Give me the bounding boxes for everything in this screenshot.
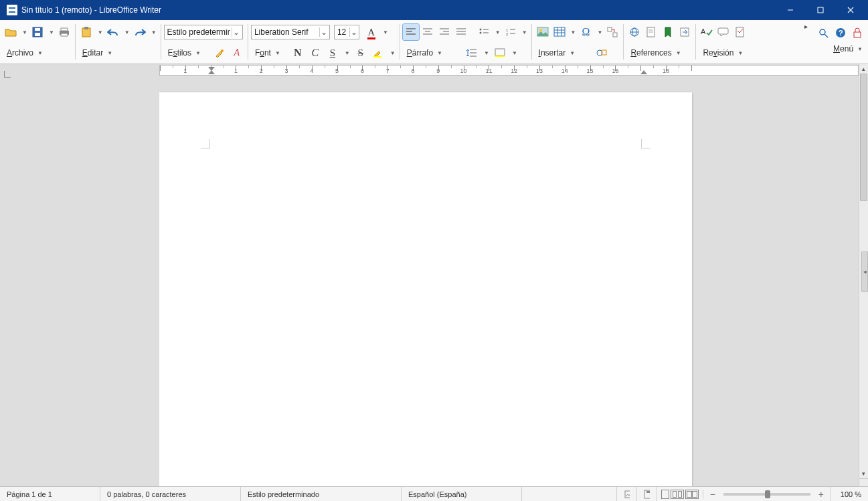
estilos-menu[interactable]: Estilos▼ — [165, 47, 203, 59]
align-center-button[interactable] — [420, 24, 436, 40]
status-save-indicator[interactable] — [637, 487, 657, 501]
strikethrough-button[interactable]: S — [353, 45, 369, 61]
insert-table-dropdown[interactable]: ▼ — [568, 24, 578, 40]
redo-button[interactable] — [132, 24, 148, 40]
window-maximize-button[interactable] — [805, 0, 835, 20]
clear-formatting-button[interactable]: A — [229, 45, 245, 61]
paragraph-color-dropdown[interactable]: ▼ — [509, 45, 519, 61]
find-button[interactable] — [816, 25, 832, 41]
group-references: References▼ — [624, 20, 695, 64]
group-parrafo: ▼ 12 ▼ Párrafo▼ ▼ ▼ — [400, 20, 531, 64]
right-indent-marker[interactable] — [640, 70, 647, 74]
toolbar-expand-button[interactable]: ▸ — [801, 23, 810, 30]
insert-comment-button[interactable] — [715, 24, 731, 40]
revision-menu[interactable]: Revisión▼ — [700, 47, 746, 59]
save-dropdown[interactable]: ▼ — [46, 24, 56, 40]
parrafo-menu[interactable]: Párrafo▼ — [404, 47, 445, 59]
status-wordcount[interactable]: 0 palabras, 0 caracteres — [100, 487, 241, 501]
svg-rect-64 — [854, 32, 861, 37]
status-language[interactable]: Español (España) — [402, 487, 522, 501]
insert-pagebreak-button[interactable] — [604, 24, 620, 40]
insert-hyperlink-button[interactable] — [626, 24, 642, 40]
editar-menu[interactable]: Editar▼ — [80, 47, 115, 59]
menu-menu[interactable]: Menú▼ — [831, 43, 865, 55]
spellcheck-button[interactable]: A — [699, 24, 715, 40]
track-changes-button[interactable] — [732, 24, 748, 40]
svg-text:A: A — [701, 27, 706, 35]
zoom-slider[interactable] — [723, 493, 810, 496]
insert-footnote-button[interactable] — [643, 24, 659, 40]
insert-symbol-button[interactable]: Ω — [578, 24, 594, 40]
align-left-button[interactable] — [403, 24, 419, 40]
scroll-down-button[interactable]: ▾ — [859, 469, 868, 478]
open-dropdown[interactable]: ▼ — [19, 24, 29, 40]
document-page[interactable] — [159, 92, 692, 486]
number-list-button[interactable]: 12 — [503, 24, 519, 40]
status-style[interactable]: Estilo predeterminado — [241, 487, 402, 501]
underline-button[interactable]: S — [325, 45, 341, 61]
paragraph-style-combo[interactable]: Estilo predeterminado ⌄ — [164, 25, 243, 39]
font-name-combo[interactable]: Liberation Serif ⌄ — [251, 25, 330, 39]
paste-button[interactable] — [78, 24, 94, 40]
bullet-list-button[interactable] — [476, 24, 492, 40]
font-name-value: Liberation Serif — [254, 27, 318, 37]
insert-image-button[interactable] — [535, 24, 551, 40]
insert-symbol-dropdown[interactable]: ▼ — [594, 24, 604, 40]
view-single-page-button[interactable] — [661, 490, 669, 499]
status-zoom-value[interactable]: 100 % — [831, 487, 868, 501]
paragraph-color-button[interactable] — [492, 45, 508, 61]
font-color-dropdown[interactable]: ▼ — [380, 24, 389, 40]
status-page[interactable]: Página 1 de 1 — [0, 487, 100, 501]
scroll-up-button[interactable]: ▴ — [859, 64, 868, 74]
window-close-button[interactable] — [835, 0, 865, 20]
toolbar-right: ▸ ? Menú▼ — [801, 20, 868, 64]
window-minimize-button[interactable] — [775, 0, 805, 20]
align-justify-button[interactable] — [453, 24, 469, 40]
page-area[interactable] — [159, 76, 859, 486]
zoom-out-button[interactable]: − — [707, 489, 718, 500]
align-right-button[interactable] — [436, 24, 452, 40]
scroll-thumb[interactable] — [860, 74, 867, 201]
insert-crossref-button[interactable] — [677, 24, 693, 40]
insertar-menu[interactable]: Insertar▼ — [536, 47, 578, 59]
zoom-in-button[interactable]: + — [816, 489, 827, 500]
undo-button[interactable] — [105, 24, 121, 40]
svg-rect-46 — [608, 27, 612, 31]
open-button[interactable] — [3, 24, 19, 40]
insert-table-button[interactable] — [551, 24, 568, 40]
references-menu[interactable]: References▼ — [628, 47, 683, 59]
highlight-button[interactable] — [370, 45, 386, 61]
status-signature[interactable] — [617, 487, 637, 501]
font-size-value: 12 — [337, 27, 348, 37]
view-book-button[interactable] — [685, 490, 699, 499]
italic-button[interactable]: C — [307, 45, 323, 61]
font-menu[interactable]: Font▼ — [252, 47, 283, 59]
sidebar-toggle-handle[interactable]: ◂ — [861, 252, 868, 292]
readonly-button[interactable] — [849, 25, 865, 41]
redo-dropdown[interactable]: ▼ — [149, 24, 158, 40]
save-button[interactable] — [29, 24, 46, 40]
font-color-button[interactable]: A — [363, 24, 379, 40]
underline-dropdown[interactable]: ▼ — [342, 45, 351, 61]
number-list-dropdown[interactable]: ▼ — [519, 24, 529, 40]
zoom-slider-knob[interactable] — [765, 490, 770, 498]
left-indent-marker[interactable] — [208, 70, 215, 74]
svg-point-40 — [539, 29, 542, 31]
print-button[interactable] — [56, 24, 72, 40]
undo-dropdown[interactable]: ▼ — [122, 24, 131, 40]
font-size-combo[interactable]: 12 ⌄ — [334, 25, 359, 39]
line-spacing-button[interactable] — [464, 45, 480, 61]
help-button[interactable]: ? — [833, 25, 849, 41]
archivo-menu[interactable]: Archivo▼ — [4, 47, 46, 59]
highlight-dropdown[interactable]: ▼ — [387, 45, 397, 61]
insert-draw-button[interactable] — [594, 45, 610, 61]
bold-button[interactable]: N — [290, 45, 306, 61]
line-spacing-dropdown[interactable]: ▼ — [481, 45, 491, 61]
svg-rect-5 — [35, 28, 40, 31]
clone-formatting-button[interactable] — [211, 45, 228, 61]
view-multi-page-button[interactable] — [671, 490, 684, 499]
horizontal-ruler[interactable]: 11234567891011121314151618 — [159, 65, 859, 76]
paste-dropdown[interactable]: ▼ — [95, 24, 104, 40]
bullet-list-dropdown[interactable]: ▼ — [493, 24, 502, 40]
insert-bookmark-button[interactable] — [660, 24, 676, 40]
